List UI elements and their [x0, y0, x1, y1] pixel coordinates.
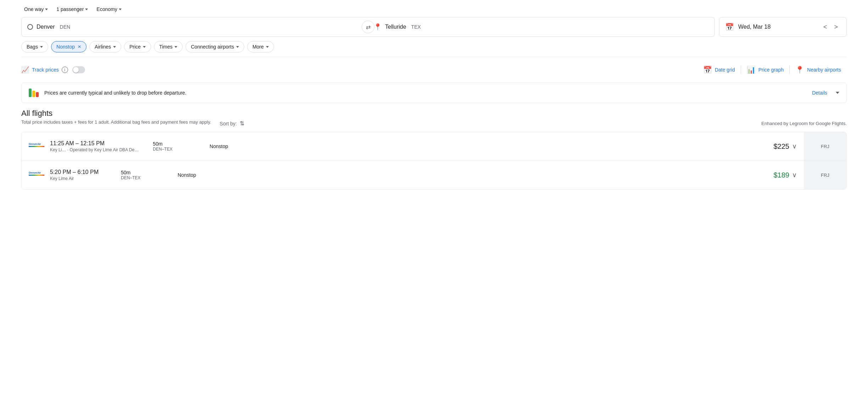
tools-row: 📈 Track prices i 📅 Date grid 📊 Price gra…: [0, 57, 868, 83]
date-grid-label: Date grid: [715, 67, 735, 73]
cabin-button[interactable]: Economy: [94, 4, 124, 14]
enhanced-label: Enhanced by Legroom for Google Flights.: [761, 121, 847, 126]
flight-stops-1: Nonstop: [178, 172, 220, 178]
more-filter[interactable]: More: [247, 41, 274, 52]
price-bar-icon: [29, 89, 39, 97]
date-nav: < >: [820, 22, 841, 32]
tools-right: 📅 Date grid 📊 Price graph 📍 Nearby airpo…: [697, 63, 847, 77]
times-chevron: [174, 46, 177, 48]
date-next-button[interactable]: >: [831, 22, 841, 32]
price-graph-icon: 📊: [747, 66, 756, 74]
sort-row: Total price includes taxes + fees for 1 …: [21, 119, 847, 128]
origin-field[interactable]: Denver DEN: [22, 17, 368, 36]
cabin-chevron: [119, 9, 122, 10]
bags-label: Bags: [27, 44, 38, 50]
price-notice-text: Prices are currently typical and unlikel…: [44, 90, 806, 96]
flights-subtitle: Total price includes taxes + fees for 1 …: [21, 119, 211, 125]
flight-times-1: 5:20 PM – 6:10 PM Key Lime Air: [50, 169, 107, 181]
bar-red: [36, 92, 39, 97]
search-row: Denver DEN ⇄ 📍 Telluride TEX 📅 Wed, Mar …: [0, 17, 868, 41]
flight-price-1: $189: [774, 171, 790, 179]
trip-type-button[interactable]: One way: [21, 4, 51, 14]
bar-yellow: [32, 91, 35, 97]
nonstop-filter[interactable]: Nonstop ✕: [51, 41, 87, 52]
nearby-airports-icon: 📍: [795, 66, 804, 74]
flight-time-main-0: 11:25 AM – 12:15 PM: [50, 140, 139, 147]
flight-route-0: DEN–TEX: [153, 147, 181, 152]
price-notice: Prices are currently typical and unlikel…: [21, 83, 847, 103]
expand-icon-1[interactable]: ∨: [792, 171, 797, 179]
dest-field[interactable]: 📍 Telluride TEX: [368, 17, 714, 36]
more-chevron: [266, 46, 269, 48]
flight-price-section-0: $225 ∨: [774, 142, 797, 151]
connecting-chevron: [236, 46, 239, 48]
filter-row: Bags Nonstop ✕ Airlines Price Times Conn…: [0, 41, 868, 57]
flight-dur-main-0: 50m: [153, 141, 181, 147]
search-box: Denver DEN ⇄ 📍 Telluride TEX: [21, 17, 715, 37]
price-label: Price: [129, 44, 141, 50]
top-bar: One way 1 passenger Economy: [0, 0, 868, 17]
trip-type-label: One way: [24, 6, 44, 12]
flight-airline-0: Key Li… · Operated by Key Lime Air DBA D…: [50, 147, 139, 152]
swap-button[interactable]: ⇄: [362, 21, 374, 33]
sort-icon[interactable]: ⇅: [240, 120, 244, 127]
airline-logo-img-1: DenverAir: [29, 171, 46, 179]
price-chevron: [143, 46, 146, 48]
sort-label: Sort by:: [220, 121, 237, 126]
price-filter[interactable]: Price: [124, 41, 151, 52]
airlines-chevron: [113, 46, 116, 48]
cabin-label: Economy: [96, 6, 117, 12]
price-notice-chevron: [836, 92, 839, 94]
flight-times-0: 11:25 AM – 12:15 PM Key Li… · Operated b…: [50, 140, 139, 152]
flight-duration-0: 50m DEN–TEX: [153, 141, 181, 152]
flight-dur-main-1: 50m: [121, 170, 149, 175]
passengers-chevron: [85, 9, 88, 10]
track-prices-info-icon[interactable]: i: [62, 67, 68, 73]
flight-stops-0: Nonstop: [210, 143, 252, 149]
track-prices-toggle[interactable]: [72, 66, 85, 73]
expand-icon-0[interactable]: ∨: [792, 142, 797, 150]
table-row[interactable]: DenverAir 11:25 AM – 12:15 PM Key Li… · …: [22, 132, 846, 161]
flight-route-1: DEN–TEX: [121, 175, 149, 180]
price-graph-label: Price graph: [758, 67, 784, 73]
nearby-airports-button[interactable]: 📍 Nearby airports: [790, 63, 847, 77]
all-flights-section: All flights Total price includes taxes +…: [0, 109, 868, 190]
connecting-airports-filter[interactable]: Connecting airports: [185, 41, 244, 52]
info-symbol: i: [64, 68, 65, 72]
dest-pin-icon: 📍: [374, 23, 382, 31]
more-label: More: [252, 44, 264, 50]
flights-list: DenverAir 11:25 AM – 12:15 PM Key Li… · …: [21, 132, 847, 190]
airline-logo-img-0: DenverAir: [29, 143, 46, 150]
date-field[interactable]: 📅 Wed, Mar 18 < >: [719, 17, 847, 37]
calendar-icon: 📅: [725, 23, 734, 31]
bar-green: [29, 89, 32, 97]
flight-time-main-1: 5:20 PM – 6:10 PM: [50, 169, 107, 175]
times-label: Times: [159, 44, 173, 50]
origin-circle-icon: [27, 24, 33, 30]
dest-name: Telluride: [385, 24, 406, 30]
frj-badge-0: FRJ: [804, 132, 846, 160]
nonstop-label: Nonstop: [56, 44, 75, 50]
times-filter[interactable]: Times: [154, 41, 183, 52]
airlines-filter[interactable]: Airlines: [89, 41, 121, 52]
passengers-label: 1 passenger: [56, 6, 84, 12]
origin-name: Denver: [37, 24, 55, 30]
date-prev-button[interactable]: <: [820, 22, 830, 32]
date-value: Wed, Mar 18: [738, 24, 770, 30]
price-details-link[interactable]: Details: [812, 90, 827, 96]
nearby-airports-label: Nearby airports: [807, 67, 841, 73]
bags-filter[interactable]: Bags: [21, 41, 48, 52]
track-prices-label[interactable]: Track prices: [32, 67, 59, 73]
flight-price-0: $225: [774, 142, 790, 151]
flight-duration-1: 50m DEN–TEX: [121, 170, 149, 180]
nonstop-close-icon[interactable]: ✕: [78, 44, 81, 49]
passengers-button[interactable]: 1 passenger: [54, 4, 91, 14]
origin-code: DEN: [60, 24, 71, 30]
track-prices-section: 📈 Track prices i: [21, 66, 85, 74]
table-row[interactable]: DenverAir 5:20 PM – 6:10 PM Key Lime Air…: [22, 161, 846, 189]
date-grid-button[interactable]: 📅 Date grid: [697, 63, 741, 77]
dest-code: TEX: [411, 24, 421, 30]
track-prices-icon: 📈: [21, 66, 29, 74]
airline-logo-1: DenverAir: [29, 171, 50, 179]
price-graph-button[interactable]: 📊 Price graph: [741, 63, 790, 77]
